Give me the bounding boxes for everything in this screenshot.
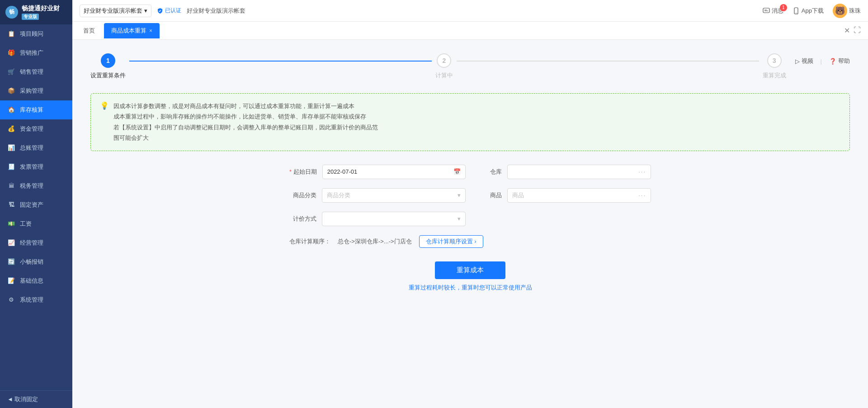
- sidebar-item-label: 营销推广: [20, 49, 43, 57]
- sidebar-item-label: 经营管理: [20, 239, 43, 247]
- tab-close-icon[interactable]: ×: [149, 28, 152, 34]
- start-date-label: 起始日期: [289, 168, 317, 176]
- sidebar-item-label: 系统管理: [20, 296, 43, 304]
- category-chevron-icon: ▾: [458, 192, 461, 199]
- sidebar-item-label: 资金管理: [20, 125, 43, 133]
- step-3-label: 重算完成: [763, 71, 786, 80]
- svg-rect-0: [763, 8, 769, 13]
- pricing-chevron-icon: ▾: [458, 215, 461, 222]
- fullscreen-icon[interactable]: ⛶: [854, 26, 861, 35]
- pricing-select[interactable]: ▾: [322, 212, 466, 226]
- verified-label: 已认证: [165, 7, 181, 14]
- pricing-group: 计价方式 ▾: [289, 212, 466, 226]
- tab-cost-recalc-label: 商品成本重算: [111, 27, 146, 35]
- sidebar-item-label: 库存核算: [20, 106, 43, 114]
- inventory-icon: 🏠: [7, 106, 15, 114]
- sidebar-pin-toggle[interactable]: ◄ 取消固定: [0, 390, 72, 408]
- tabbar-controls: ✕ ⛶: [844, 26, 864, 35]
- app-edition: 专业版: [22, 14, 39, 20]
- pin-toggle-label: ◄ 取消固定: [7, 395, 38, 403]
- user-avatar-button[interactable]: 🐻 珠珠: [833, 4, 861, 18]
- page-content: 1 设置重算条件 2 计算中 3 重算完成: [72, 40, 868, 408]
- svg-point-2: [796, 13, 797, 14]
- message-button[interactable]: 消息 1: [763, 7, 783, 15]
- goods-dots-icon: ···: [638, 192, 646, 199]
- info-box: 💡 因成本计算参数调整，或是对商品成本有疑问时，可以通过成本重算功能，重新计算一…: [90, 93, 850, 151]
- sidebar-item-system[interactable]: ⚙ 系统管理: [0, 290, 72, 309]
- start-date-input[interactable]: 2022-07-01 📅: [322, 165, 466, 179]
- sidebar-item-basic[interactable]: 📝 基础信息: [0, 271, 72, 290]
- sidebar-item-label: 固定资产: [20, 201, 43, 209]
- video-link[interactable]: ▷ 视频: [795, 57, 813, 65]
- close-window-icon[interactable]: ✕: [844, 26, 850, 35]
- tab-cost-recalc[interactable]: 商品成本重算 ×: [104, 23, 160, 38]
- sidebar-item-expense[interactable]: 🔄 小畅报销: [0, 252, 72, 271]
- message-badge: 1: [780, 4, 787, 11]
- goods-placeholder: 商品: [512, 191, 638, 199]
- step-2-label: 计算中: [435, 71, 453, 80]
- step-3: 3 重算完成: [763, 53, 786, 80]
- form-section: 起始日期 2022-07-01 📅 仓库 ··· 商品分类: [289, 165, 651, 292]
- tab-home[interactable]: 首页: [76, 23, 102, 38]
- message-icon: [763, 7, 770, 14]
- divider: |: [821, 58, 822, 65]
- step-1-label: 设置重算条件: [90, 71, 126, 80]
- warehouse-input[interactable]: ···: [507, 165, 651, 179]
- category-group: 商品分类 商品分类 ▾: [289, 188, 466, 203]
- sidebar-item-tax[interactable]: 🏛 税务管理: [0, 176, 72, 195]
- topbar-actions: 消息 1 App下载 🐻 珠珠: [763, 4, 861, 18]
- steps-container: 1 设置重算条件 2 计算中 3 重算完成: [90, 53, 786, 80]
- sidebar-item-label: 项目顾问: [20, 30, 43, 38]
- sidebar-item-purchase[interactable]: 📦 采购管理: [0, 81, 72, 100]
- topbar: 好业财专业版演示帐套 ▾ 已认证 好业财专业版演示帐套 消息 1 App下载 🐻…: [72, 0, 868, 22]
- project-icon: 📋: [7, 30, 15, 38]
- form-row-3: 计价方式 ▾: [289, 212, 651, 226]
- sidebar-item-assets[interactable]: 🏗 固定资产: [0, 195, 72, 214]
- sidebar-item-label: 工资: [20, 220, 32, 228]
- account-name: 好业财专业版演示帐套: [84, 7, 142, 15]
- account-selector[interactable]: 好业财专业版演示帐套 ▾: [80, 5, 151, 17]
- form-row-2: 商品分类 商品分类 ▾ 商品 商品 ···: [289, 188, 651, 203]
- sidebar-item-label: 小畅报销: [20, 258, 43, 266]
- app-title-group: 畅捷通好业财 专业版: [22, 5, 60, 20]
- sidebar-item-inventory[interactable]: 🏠 库存核算: [0, 100, 72, 119]
- salary-icon: 💵: [7, 220, 15, 228]
- main-area: 好业财专业版演示帐套 ▾ 已认证 好业财专业版演示帐套 消息 1 App下载 🐻…: [72, 0, 868, 408]
- sidebar-item-invoice[interactable]: 🧾 发票管理: [0, 157, 72, 176]
- warehouse-order-value: 总仓->深圳仓库->...->门店仓: [338, 237, 412, 246]
- user-avatar: 🐻: [833, 4, 847, 18]
- step-line-1: [129, 61, 432, 62]
- info-text: 因成本计算参数调整，或是对商品成本有疑问时，可以通过成本重算功能，重新计算一遍成…: [113, 101, 378, 143]
- step-1: 1 设置重算条件: [90, 53, 126, 80]
- sidebar-item-project[interactable]: 📋 项目顾问: [0, 24, 72, 43]
- sidebar-item-accounting[interactable]: 📊 总账管理: [0, 138, 72, 157]
- help-link[interactable]: ❓ 帮助: [829, 57, 850, 65]
- tab-home-label: 首页: [83, 27, 95, 35]
- category-placeholder: 商品分类: [327, 191, 350, 199]
- lightbulb-icon: 💡: [100, 101, 109, 110]
- sidebar: 畅 畅捷通好业财 专业版 📋 项目顾问 🎁 营销推广 🛒 销售管理 📦 采购管理…: [0, 0, 72, 408]
- pricing-label: 计价方式: [289, 215, 316, 223]
- app-icon: 畅: [5, 6, 18, 19]
- sidebar-item-finance[interactable]: 💰 资金管理: [0, 119, 72, 138]
- goods-group: 商品 商品 ···: [475, 188, 651, 203]
- marketing-icon: 🎁: [7, 49, 15, 57]
- sidebar-item-label: 销售管理: [20, 68, 43, 76]
- sidebar-item-label: 税务管理: [20, 182, 43, 190]
- recalculate-button[interactable]: 重算成本: [435, 261, 505, 279]
- verified-account-name: 好业财专业版演示帐套: [187, 7, 245, 15]
- phone-icon: [793, 7, 800, 14]
- sidebar-item-sales[interactable]: 🛒 销售管理: [0, 62, 72, 81]
- finance-icon: 💰: [7, 125, 15, 133]
- sidebar-item-marketing[interactable]: 🎁 营销推广: [0, 43, 72, 62]
- operations-icon: 📈: [7, 239, 15, 247]
- app-download-button[interactable]: App下载: [793, 7, 824, 15]
- warehouse-order-setting-button[interactable]: 仓库计算顺序设置 ›: [419, 235, 483, 248]
- sidebar-item-operations[interactable]: 📈 经营管理: [0, 233, 72, 252]
- category-select[interactable]: 商品分类 ▾: [322, 188, 466, 203]
- warehouse-order-label: 仓库计算顺序：: [289, 237, 330, 246]
- calendar-icon[interactable]: 📅: [453, 168, 461, 175]
- expense-icon: 🔄: [7, 258, 15, 266]
- goods-input[interactable]: 商品 ···: [507, 188, 651, 203]
- sidebar-item-salary[interactable]: 💵 工资: [0, 214, 72, 233]
